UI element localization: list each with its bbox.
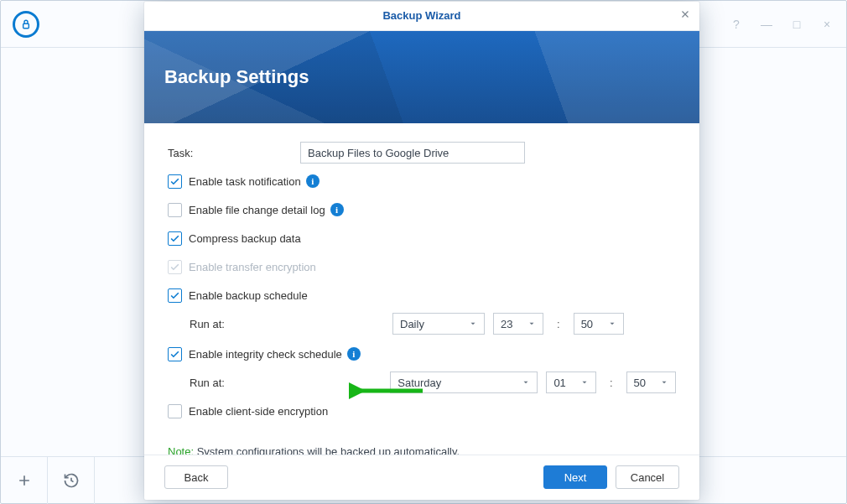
wizard-dialog: Backup Wizard Backup Settings Task: Enab…	[144, 2, 699, 500]
cancel-button[interactable]: Cancel	[616, 465, 679, 489]
runat-label: Run at:	[190, 318, 384, 330]
integrity-runat-row: Run at: Saturday 01 : 50	[168, 370, 676, 395]
wizard-title: Backup Wizard	[382, 9, 460, 22]
label-schedule[interactable]: Enable backup schedule	[189, 289, 308, 302]
time-colon: :	[557, 318, 560, 330]
task-label: Task:	[168, 147, 292, 159]
chevron-down-icon	[580, 378, 589, 387]
checkbox-compress[interactable]	[168, 231, 182, 246]
select-integrity-hour[interactable]: 01	[546, 372, 596, 393]
wizard-titlebar: Backup Wizard	[144, 2, 699, 31]
app-logo	[13, 11, 39, 38]
back-button[interactable]: Back	[164, 465, 228, 489]
window-controls: ? — □ ×	[729, 17, 834, 32]
page-title: Backup Settings	[164, 66, 309, 88]
select-schedule-frequency[interactable]: Daily	[392, 313, 485, 335]
note-label: Note:	[168, 445, 194, 455]
close-bg-icon[interactable]: ×	[819, 17, 834, 32]
minimize-icon[interactable]: —	[759, 17, 774, 32]
label-integrity[interactable]: Enable integrity check schedule	[189, 348, 342, 361]
note-row: Note: System configurations will be back…	[168, 445, 676, 455]
info-icon[interactable]: i	[306, 174, 320, 188]
next-button[interactable]: Next	[543, 465, 607, 489]
select-integrity-minute[interactable]: 50	[626, 372, 677, 393]
svg-rect-0	[23, 23, 29, 28]
select-schedule-minute[interactable]: 50	[574, 313, 624, 335]
option-schedule: Enable backup schedule	[168, 283, 676, 308]
history-button[interactable]	[48, 457, 95, 504]
task-row: Task:	[168, 140, 676, 165]
close-icon[interactable]	[679, 8, 691, 23]
option-changelog: Enable file change detail log i	[168, 197, 676, 222]
time-colon: :	[610, 377, 613, 389]
checkbox-client-encryption[interactable]	[168, 404, 182, 418]
label-changelog[interactable]: Enable file change detail log	[189, 204, 325, 216]
label-client-encryption[interactable]: Enable client-side encryption	[189, 405, 328, 418]
info-icon[interactable]: i	[330, 203, 344, 216]
label-transfer-enc: Enable transfer encryption	[189, 261, 316, 273]
wizard-banner: Backup Settings	[144, 31, 699, 123]
note-text: System configurations will be backed up …	[197, 445, 460, 455]
option-compress: Compress backup data	[168, 226, 676, 251]
add-button[interactable]	[1, 457, 48, 504]
label-notification[interactable]: Enable task notification	[189, 175, 301, 188]
checkbox-schedule[interactable]	[168, 288, 182, 303]
chevron-down-icon	[469, 320, 477, 328]
chevron-down-icon	[660, 378, 668, 387]
runat-label: Run at:	[190, 377, 382, 389]
checkbox-transfer-enc	[168, 260, 182, 274]
select-schedule-hour[interactable]: 23	[493, 313, 543, 335]
option-integrity: Enable integrity check schedule i	[168, 341, 676, 366]
option-notification: Enable task notification i	[168, 169, 676, 194]
select-integrity-day[interactable]: Saturday	[390, 372, 538, 393]
label-compress[interactable]: Compress backup data	[189, 232, 301, 245]
maximize-icon[interactable]: □	[789, 17, 804, 32]
option-transfer-enc: Enable transfer encryption	[168, 254, 676, 279]
checkbox-integrity[interactable]	[168, 347, 182, 361]
task-name-input[interactable]	[300, 142, 525, 164]
chevron-down-icon	[527, 320, 536, 328]
schedule-runat-row: Run at: Daily 23 : 50	[168, 311, 676, 336]
option-client-enc: Enable client-side encryption	[168, 398, 676, 423]
chevron-down-icon	[608, 320, 616, 328]
chevron-down-icon	[522, 378, 530, 387]
wizard-body: Task: Enable task notification i Enable …	[144, 123, 699, 455]
help-icon[interactable]: ?	[729, 17, 744, 32]
checkbox-changelog[interactable]	[168, 203, 182, 217]
wizard-footer: Back Next Cancel	[144, 455, 699, 500]
checkbox-notification[interactable]	[168, 174, 182, 189]
info-icon[interactable]: i	[347, 347, 361, 361]
